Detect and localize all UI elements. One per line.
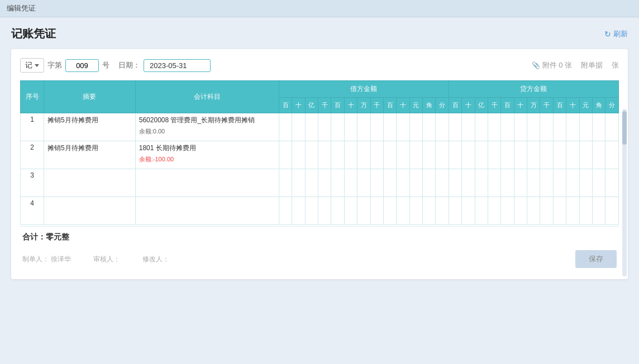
date-input[interactable] xyxy=(144,59,211,72)
cell-credit-c12-2[interactable] xyxy=(592,141,605,169)
debit-col-7: 万 xyxy=(357,98,370,113)
cell-credit-c4-2[interactable] xyxy=(488,141,500,169)
cell-debit-d9-1[interactable] xyxy=(383,113,396,141)
credit-col-7: 万 xyxy=(527,98,540,113)
credit-col-9: 百 xyxy=(553,98,566,113)
cell-debit-d6-2[interactable] xyxy=(344,141,357,169)
cell-credit-c7-1[interactable] xyxy=(527,113,540,141)
cell-credit-c13-1[interactable] xyxy=(605,113,619,141)
cell-seq-1: 1 xyxy=(21,113,44,141)
debit-col-10: 十 xyxy=(397,98,409,113)
cell-debit-d3-1[interactable] xyxy=(305,113,318,141)
voucher-type-select[interactable]: 记 xyxy=(20,58,44,73)
cell-credit-c2-2[interactable] xyxy=(462,141,475,169)
zi-label: 字第 xyxy=(47,60,62,70)
cell-credit-c6-1[interactable] xyxy=(514,113,527,141)
cell-seq-3: 3 xyxy=(21,169,44,197)
creator-label: 制单人： 徐泽华 xyxy=(22,255,71,264)
cell-credit-c3-1[interactable] xyxy=(475,113,488,141)
debit-col-5: 百 xyxy=(331,98,344,113)
cell-debit-d6-1[interactable] xyxy=(344,113,357,141)
cell-credit-c8-2[interactable] xyxy=(540,141,553,169)
cell-credit-c12-1[interactable] xyxy=(592,113,605,141)
cell-debit-d13-1[interactable] xyxy=(436,113,449,141)
credit-col-10: 十 xyxy=(566,98,579,113)
table-row: 2 摊销5月待摊费用 1801 长期待摊费用 余额:-100.00 xyxy=(21,141,619,169)
cell-d1-3[interactable] xyxy=(279,169,292,197)
attachment-link[interactable]: 📎 附件 0 张 xyxy=(532,60,572,70)
cell-credit-c1-2[interactable] xyxy=(449,141,461,169)
cell-summary-1[interactable]: 摊销5月待摊费用 xyxy=(44,113,136,141)
cell-credit-c5-1[interactable] xyxy=(501,113,514,141)
cell-debit-d5-1[interactable] xyxy=(331,113,344,141)
cell-debit-d1-1[interactable] xyxy=(279,113,292,141)
cell-credit-c8-1[interactable] xyxy=(540,113,553,141)
cell-debit-d8-1[interactable] xyxy=(370,113,383,141)
cell-debit-d2-2[interactable] xyxy=(292,141,305,169)
cell-summary-4[interactable] xyxy=(44,197,136,225)
cell-credit-c7-2[interactable] xyxy=(527,141,540,169)
cell-summary-3[interactable] xyxy=(44,169,136,197)
cell-debit-d4-2[interactable] xyxy=(318,141,331,169)
cell-debit-d7-1[interactable] xyxy=(357,113,370,141)
cell-credit-c11-1[interactable] xyxy=(579,113,592,141)
cell-debit-d7-2[interactable] xyxy=(357,141,370,169)
cell-account-3[interactable] xyxy=(135,169,279,197)
cell-credit-c9-2[interactable] xyxy=(553,141,566,169)
scrollbar-thumb[interactable] xyxy=(622,111,627,145)
cell-credit-c3-2[interactable] xyxy=(475,141,488,169)
cell-debit-d11-2[interactable] xyxy=(409,141,422,169)
cell-summary-2[interactable]: 摊销5月待摊费用 xyxy=(44,141,136,169)
cell-credit-c11-2[interactable] xyxy=(579,141,592,169)
th-credit: 贷方金额 xyxy=(449,81,618,98)
save-button[interactable]: 保存 xyxy=(575,250,617,268)
cell-credit-c10-2[interactable] xyxy=(566,141,579,169)
cell-debit-d2-1[interactable] xyxy=(292,113,305,141)
cell-credit-c6-2[interactable] xyxy=(514,141,527,169)
cell-credit-c4-1[interactable] xyxy=(488,113,500,141)
page-title: 记账凭证 xyxy=(11,26,56,41)
cell-credit-c1-1[interactable] xyxy=(449,113,461,141)
cell-account-1[interactable]: 56020008 管理费用_长期待摊费用摊销 余额:0.00 xyxy=(135,113,279,141)
cell-credit-c2-1[interactable] xyxy=(462,113,475,141)
credit-col-6: 十 xyxy=(514,98,527,113)
credit-col-3: 亿 xyxy=(475,98,488,113)
cell-debit-d10-1[interactable] xyxy=(397,113,409,141)
cell-account-4[interactable] xyxy=(135,197,279,225)
main-content: 记账凭证 ↻ 刷新 记 字第 号 日期： 📎 xyxy=(0,17,639,288)
voucher-type-value: 记 xyxy=(25,60,32,70)
cell-account-2[interactable]: 1801 长期待摊费用 余额:-100.00 xyxy=(135,141,279,169)
cell-debit-d12-1[interactable] xyxy=(423,113,436,141)
cell-debit-d1-2[interactable] xyxy=(279,141,292,169)
attachment-label: 附件 0 张 xyxy=(542,60,572,70)
cell-seq-2: 2 xyxy=(21,141,44,169)
refresh-label: 刷新 xyxy=(613,29,628,39)
cell-debit-d9-2[interactable] xyxy=(383,141,396,169)
title-bar-label: 编辑凭证 xyxy=(7,4,36,12)
cell-debit-d5-2[interactable] xyxy=(331,141,344,169)
credit-col-11: 元 xyxy=(579,98,592,113)
cell-debit-d11-1[interactable] xyxy=(409,113,422,141)
debit-col-4: 千 xyxy=(318,98,331,113)
cell-debit-d12-2[interactable] xyxy=(423,141,436,169)
debit-col-12: 角 xyxy=(423,98,436,113)
title-bar: 编辑凭证 xyxy=(0,0,639,17)
cell-debit-d8-2[interactable] xyxy=(370,141,383,169)
cell-credit-c9-1[interactable] xyxy=(553,113,566,141)
cell-debit-d13-2[interactable] xyxy=(436,141,449,169)
cell-debit-d3-2[interactable] xyxy=(305,141,318,169)
cell-credit-c10-1[interactable] xyxy=(566,113,579,141)
scrollbar[interactable] xyxy=(622,109,627,276)
credit-col-2: 十 xyxy=(462,98,475,113)
voucher-number-input[interactable] xyxy=(65,59,99,72)
attach-receipt-label[interactable]: 附单据 xyxy=(581,60,603,70)
credit-col-12: 角 xyxy=(592,98,605,113)
attach-count-label: 张 xyxy=(612,60,619,70)
cell-credit-c13-2[interactable] xyxy=(605,141,619,169)
refresh-button[interactable]: ↻ 刷新 xyxy=(604,29,628,39)
paperclip-icon: 📎 xyxy=(532,61,540,69)
credit-col-1: 百 xyxy=(449,98,461,113)
cell-debit-d4-1[interactable] xyxy=(318,113,331,141)
cell-credit-c5-2[interactable] xyxy=(501,141,514,169)
cell-debit-d10-2[interactable] xyxy=(397,141,409,169)
